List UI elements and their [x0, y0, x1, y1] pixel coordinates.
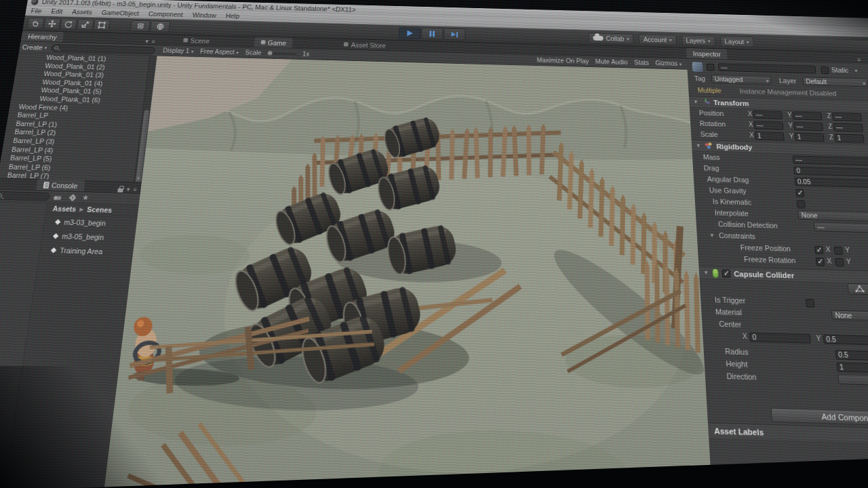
- project-file[interactable]: ◆Training Area: [40, 243, 134, 260]
- create-button[interactable]: Create ▾: [22, 43, 47, 51]
- rotate-tool-button[interactable]: [60, 18, 77, 30]
- chevron-down-icon[interactable]: ▾: [145, 38, 149, 44]
- freeze-position-x-checkbox[interactable]: [814, 245, 823, 253]
- foldout-icon: ▼: [696, 143, 701, 149]
- is-trigger-checkbox[interactable]: [806, 298, 815, 307]
- asset-store-tab-icon: [344, 42, 349, 46]
- hierarchy-panel: Hierarchy ▾≡ Create ▾ Wood_Plank_01 (1)W…: [0, 31, 160, 182]
- center-y-field[interactable]: 0.5: [823, 334, 868, 345]
- layers-button[interactable]: Layers ▾: [681, 35, 715, 47]
- pivot-toggle-button[interactable]: [130, 20, 151, 32]
- freeze-position-y-checkbox[interactable]: [833, 246, 842, 254]
- scene-asset-icon: ◆: [50, 245, 57, 254]
- chevron-down-icon[interactable]: ▾: [126, 186, 130, 192]
- rect-tool-button[interactable]: [93, 19, 111, 30]
- scale-slider[interactable]: [268, 52, 296, 54]
- chevron-down-icon[interactable]: ▾: [854, 68, 858, 73]
- panel-menu-icon[interactable]: ≡: [151, 39, 155, 45]
- step-button[interactable]: [443, 28, 465, 41]
- name-field[interactable]: —: [718, 63, 816, 73]
- display-dropdown[interactable]: Display 1 ▾: [163, 47, 195, 54]
- menu-item-assets[interactable]: Assets: [72, 8, 93, 16]
- use-gravity-checkbox[interactable]: [795, 188, 804, 197]
- menu-item-gameobject[interactable]: GameObject: [101, 9, 140, 17]
- project-search-input[interactable]: [0, 190, 51, 201]
- scale-z-field[interactable]: 1: [834, 134, 865, 142]
- account-button[interactable]: Account ▾: [639, 34, 677, 45]
- play-icon: [407, 30, 413, 37]
- gizmos-dropdown[interactable]: Gizmos ▾: [655, 60, 682, 67]
- project-folder[interactable]: Scenes: [0, 246, 40, 260]
- mute-audio-toggle[interactable]: Mute Audio: [595, 58, 628, 66]
- scale-y-field[interactable]: 1: [794, 132, 824, 141]
- rotation-y-field[interactable]: —: [793, 122, 823, 131]
- scale-x-field[interactable]: 1: [755, 131, 785, 140]
- collab-cloud-icon: [593, 36, 603, 41]
- rotation-z-field[interactable]: —: [833, 123, 863, 131]
- panel-menu-icon[interactable]: ≡: [857, 57, 861, 63]
- active-checkbox[interactable]: [707, 63, 715, 70]
- is-kinematic-checkbox[interactable]: [797, 200, 806, 208]
- tab-inspector[interactable]: Inspector: [686, 48, 728, 60]
- foldout-icon[interactable]: ▼: [709, 232, 715, 239]
- asset-labels-header[interactable]: Asset Labels: [708, 422, 868, 445]
- space-toggle-button[interactable]: [150, 21, 170, 33]
- assetbundle-dropdown[interactable]: [821, 471, 868, 485]
- stats-toggle[interactable]: Stats: [634, 59, 649, 66]
- menu-item-edit[interactable]: Edit: [51, 7, 64, 15]
- position-z-field[interactable]: —: [832, 113, 862, 121]
- hierarchy-search-input[interactable]: [50, 44, 155, 54]
- transform-row-label: Position: [699, 109, 724, 117]
- project-folder[interactable]: Models: [0, 224, 43, 237]
- pause-button[interactable]: [421, 28, 443, 40]
- search-by-type-icon[interactable]: [54, 194, 62, 200]
- position-y-field[interactable]: —: [792, 111, 822, 120]
- breadcrumb-current[interactable]: Scenes: [87, 205, 113, 214]
- hand-tool-button[interactable]: [26, 18, 44, 29]
- tag-dropdown[interactable]: Untagged: [711, 75, 771, 85]
- tab-scene[interactable]: Scene: [176, 35, 216, 46]
- panel-menu-icon[interactable]: ≡: [133, 186, 137, 193]
- tab-asset-store[interactable]: Asset Store: [337, 39, 393, 51]
- add-component-button[interactable]: Add Component: [770, 407, 868, 426]
- layer-dropdown[interactable]: Default: [802, 77, 868, 87]
- menu-item-file[interactable]: File: [31, 7, 42, 15]
- capsule-enabled-checkbox[interactable]: [722, 269, 730, 278]
- breadcrumb-root[interactable]: Assets: [52, 205, 77, 214]
- menu-item-window[interactable]: Window: [192, 12, 216, 19]
- lock-icon[interactable]: [117, 188, 123, 192]
- tab-game[interactable]: Game: [254, 37, 293, 48]
- direction-dropdown[interactable]: [837, 374, 868, 388]
- tab-console[interactable]: Console: [36, 179, 85, 191]
- layout-button[interactable]: Layout ▾: [719, 36, 754, 47]
- scroll-down-arrow[interactable]: ▼: [136, 176, 141, 180]
- static-checkbox[interactable]: [821, 66, 829, 74]
- axis-x-label: X: [749, 131, 754, 138]
- project-folder[interactable]: Assets: [0, 201, 47, 214]
- freeze-rotation-y-checkbox[interactable]: [835, 258, 844, 266]
- favorites-star-icon[interactable]: ★: [81, 193, 90, 202]
- assetbundle-label: AssetBundle: [732, 469, 776, 480]
- radius-field[interactable]: 0.5: [835, 350, 868, 362]
- play-button[interactable]: [399, 27, 421, 39]
- menu-item-help[interactable]: Help: [225, 12, 239, 20]
- project-folder[interactable]: Materials: [0, 212, 45, 226]
- menu-item-component[interactable]: Component: [148, 10, 183, 18]
- material-label: Material: [715, 308, 743, 317]
- freeze-rotation-x-checkbox[interactable]: [816, 258, 825, 266]
- rotation-x-field[interactable]: —: [753, 121, 783, 129]
- aspect-dropdown[interactable]: Free Aspect ▾: [200, 48, 239, 56]
- search-by-label-icon[interactable]: [69, 194, 77, 201]
- project-folder[interactable]: Prefabs: [0, 235, 42, 248]
- scene-asset-icon: ◆: [54, 217, 61, 226]
- tab-hierarchy[interactable]: Hierarchy: [21, 31, 64, 42]
- move-tool-button[interactable]: [43, 18, 61, 30]
- height-field[interactable]: 1: [836, 362, 868, 375]
- maximize-on-play-toggle[interactable]: Maximize On Play: [536, 57, 589, 65]
- position-x-field[interactable]: —: [753, 110, 783, 119]
- edit-collider-button[interactable]: [847, 283, 868, 295]
- scale-tool-button[interactable]: [77, 19, 94, 30]
- game-viewport[interactable]: [97, 56, 716, 488]
- center-x-field[interactable]: 0: [749, 332, 811, 343]
- collab-button[interactable]: Collab ▾: [589, 33, 634, 44]
